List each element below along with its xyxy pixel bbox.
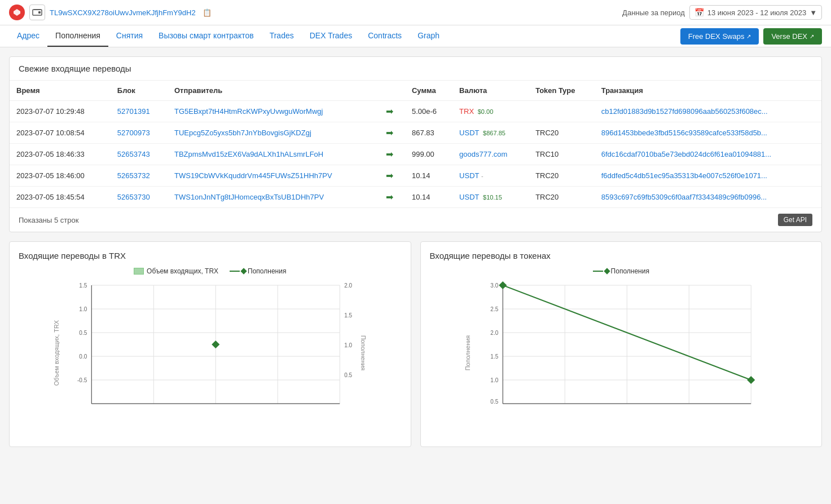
block-link[interactable]: 52701391 — [117, 107, 150, 116]
currency-link[interactable]: USDT — [459, 193, 479, 201]
currency-link[interactable]: USDT — [459, 171, 479, 180]
col-block: Блок — [111, 81, 168, 101]
cell-sender: TBZpmsMvd15zEX6Va9dALXh1hALsmrLFoH — [168, 144, 379, 165]
cell-block: 52653732 — [111, 165, 168, 187]
cell-tx: 8593c697c69fb5309c6f0aaf7f3343489c96fb09… — [595, 187, 821, 208]
svg-text:2.0: 2.0 — [490, 330, 498, 336]
sender-link[interactable]: TG5EBxpt7tH4HtmRcKWPxyUvwguWorMwgj — [174, 107, 323, 116]
sender-link[interactable]: TWS19CbWVkKquddrVm445FUWsZ51HHh7PV — [174, 171, 332, 180]
nav-bar: Адрес Пополнения Снятия Вызовы смарт кон… — [0, 25, 831, 47]
token-chart-card: Входящие переводы в токенах Пополнения — [420, 241, 823, 447]
cell-block: 52700973 — [111, 122, 168, 144]
cell-tx: cb12fd01883d9b1527fd698096aab560253f608e… — [595, 101, 821, 122]
svg-text:1.0: 1.0 — [490, 377, 498, 383]
table-row: 2023-07-05 18:46:00 52653732 TWS19CbWVkK… — [10, 165, 821, 187]
col-time: Время — [10, 81, 111, 101]
block-link[interactable]: 52653730 — [117, 193, 150, 201]
svg-text:0.5: 0.5 — [79, 330, 87, 336]
cell-currency: USDT $10.15 — [452, 187, 529, 208]
nav-item-deposits[interactable]: Пополнения — [47, 25, 108, 47]
sender-link[interactable]: TUEpcg5Zo5yxs5bh7JnYbBovgisGjKDZgj — [174, 129, 311, 137]
price-badge: $867.85 — [483, 130, 505, 136]
currency-link[interactable]: goods777.com — [459, 150, 507, 158]
table-row: 2023-07-05 18:46:33 52653743 TBZpmsMvd15… — [10, 144, 821, 165]
tx-link[interactable]: cb12fd01883d9b1527fd698096aab560253f608e… — [601, 107, 768, 116]
col-sender: Отправитель — [168, 81, 405, 101]
nav-item-trades[interactable]: Trades — [262, 25, 302, 47]
svg-rect-26 — [212, 341, 219, 348]
header-right: Данные за период 📅 13 июня 2023 - 12 июл… — [622, 5, 822, 20]
cell-sender: TWS1onJnNTg8tJHomceqxBxTsUB1DHh7PV — [168, 187, 379, 208]
verse-dex-button[interactable]: Verse DEX ↗ — [763, 28, 822, 45]
trx-chart-svg: 1.5 1.0 0.5 0.0 -0.5 Объем входящих, TRX… — [19, 280, 402, 426]
trx-chart-legend: Объем входящих, TRX Пополнения — [19, 267, 402, 275]
wallet-address[interactable]: TL9wSXCX9X278oiUwvJvmeKJfjhFmY9dH2 — [50, 8, 196, 17]
line-legend-icon — [230, 271, 240, 272]
incoming-arrow-icon: ➡ — [386, 171, 393, 180]
svg-text:1.0: 1.0 — [79, 306, 87, 312]
tx-link[interactable]: 8593c697c69fb5309c6f0aaf7f3343489c96fb09… — [601, 193, 767, 201]
cell-time: 2023-07-05 18:46:00 — [10, 165, 111, 187]
external-link-icon2: ↗ — [810, 33, 814, 39]
currency-link[interactable]: USDT — [459, 129, 479, 137]
cell-time: 2023-07-05 18:45:54 — [10, 187, 111, 208]
sender-link[interactable]: TBZpmsMvd15zEX6Va9dALXh1hALsmrLFoH — [174, 150, 323, 158]
cell-currency: goods777.com — [452, 144, 529, 165]
table-footer: Показаны 5 строк Get API — [10, 207, 821, 232]
chevron-down-icon: ▼ — [810, 8, 817, 17]
cell-time: 2023-07-07 10:29:48 — [10, 101, 111, 122]
cell-tx: 6fdc16cdaf7010ba5e73ebd024dc6f61ea010948… — [595, 144, 821, 165]
copy-icon[interactable]: 📋 — [203, 8, 212, 17]
calendar-icon: 📅 — [694, 8, 704, 17]
cell-sender: TUEpcg5Zo5yxs5bh7JnYbBovgisGjKDZgj — [168, 122, 379, 144]
tx-link[interactable]: 6fdc16cdaf7010ba5e73ebd024dc6f61ea010948… — [601, 150, 771, 158]
svg-rect-2 — [38, 11, 41, 14]
trx-chart-card: Входящие переводы в TRX Объем входящих, … — [9, 241, 411, 447]
cell-arrow: ➡ — [379, 101, 405, 122]
nav-item-dex-trades[interactable]: DEX Trades — [302, 25, 360, 47]
nav-item-contracts[interactable]: Contracts — [360, 25, 410, 47]
cell-block: 52701391 — [111, 101, 168, 122]
get-api-button[interactable]: Get API — [778, 214, 812, 226]
svg-rect-48 — [747, 376, 755, 384]
verse-dex-label: Verse DEX — [771, 32, 807, 41]
external-link-icon: ↗ — [746, 33, 751, 39]
price-badge: $0.00 — [478, 108, 494, 115]
cell-amount: 867.83 — [405, 122, 452, 144]
svg-text:0.5: 0.5 — [490, 399, 498, 405]
nav-item-graph[interactable]: Graph — [410, 25, 447, 47]
date-selector[interactable]: 📅 13 июня 2023 - 12 июля 2023 ▼ — [689, 5, 822, 20]
cell-arrow: ➡ — [379, 144, 405, 165]
table-section-title: Свежие входящие переводы — [10, 57, 821, 81]
block-link[interactable]: 52700973 — [117, 129, 150, 137]
cell-token-type: TRC20 — [529, 187, 595, 208]
table-row: 2023-07-07 10:29:48 52701391 TG5EBxpt7tH… — [10, 101, 821, 122]
svg-text:2.5: 2.5 — [490, 306, 498, 312]
tx-link[interactable]: f6ddfed5c4db51ec95a35313b4e007c526f0e107… — [601, 171, 767, 180]
trx-chart-container: 1.5 1.0 0.5 0.0 -0.5 Объем входящих, TRX… — [19, 280, 402, 437]
nav-item-withdrawals[interactable]: Снятия — [108, 25, 151, 47]
nav-item-smart-contracts[interactable]: Вызовы смарт контрактов — [151, 25, 262, 47]
token-chart-title: Входящие переводы в токенах — [430, 251, 813, 260]
free-dex-swaps-label: Free DEX Swaps — [688, 32, 745, 41]
cell-tx: 896d1453bbede3fbd5156c93589cafce533f58d5… — [595, 122, 821, 144]
tx-link[interactable]: 896d1453bbede3fbd5156c93589cafce533f58d5… — [601, 129, 767, 137]
header: TL9wSXCX9X278oiUwvJvmeKJfjhFmY9dH2 📋 Дан… — [0, 0, 831, 25]
sender-link[interactable]: TWS1onJnNTg8tJHomceqxBxTsUB1DHh7PV — [174, 193, 324, 201]
cell-token-type: TRC20 — [529, 122, 595, 144]
trx-legend-bar: Объем входящих, TRX — [134, 267, 218, 275]
token-legend-line: Пополнения — [593, 267, 649, 275]
svg-text:1.5: 1.5 — [79, 282, 87, 289]
rows-count: Показаны 5 строк — [19, 216, 78, 224]
trx-legend-bar-label: Объем входящих, TRX — [147, 267, 218, 275]
logo-icon — [9, 5, 25, 20]
cell-token-type: TRC20 — [529, 165, 595, 187]
trx-legend-line: Пополнения — [230, 267, 286, 275]
block-link[interactable]: 52653743 — [117, 150, 150, 158]
block-link[interactable]: 52653732 — [117, 171, 150, 180]
svg-text:1.5: 1.5 — [490, 353, 498, 360]
free-dex-swaps-button[interactable]: Free DEX Swaps ↗ — [680, 28, 759, 45]
nav-item-address[interactable]: Адрес — [9, 25, 47, 47]
diamond-legend-icon — [240, 268, 247, 274]
token-diamond-legend-icon — [604, 268, 610, 274]
